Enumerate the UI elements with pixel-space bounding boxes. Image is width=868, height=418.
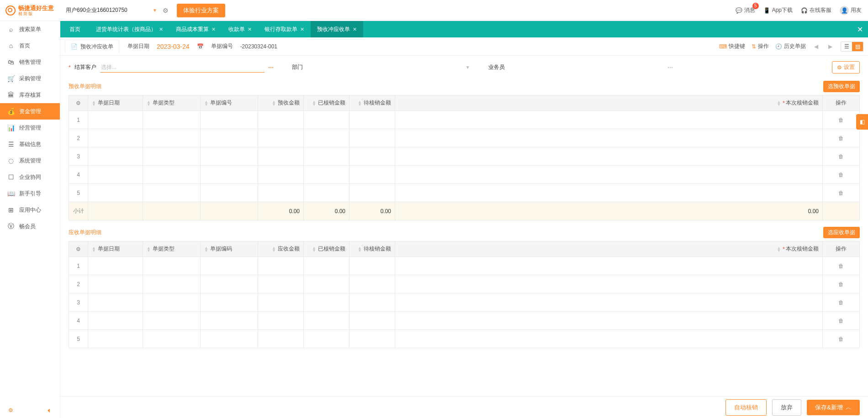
close-all-tabs[interactable]: ✕ [852, 25, 868, 34]
table-row[interactable]: 3🗑 [69, 293, 859, 312]
sidebar-guide[interactable]: 📖新手引导 [0, 185, 60, 202]
table-row[interactable]: 4🗑 [69, 312, 859, 330]
tab[interactable]: 商品成本重算✕ [169, 21, 222, 37]
nav-label: 企业协同 [19, 173, 41, 181]
table-row[interactable]: 4🗑 [69, 166, 859, 184]
tab[interactable]: 银行存取款单✕ [258, 21, 311, 37]
sort-icon[interactable]: ▲▼ [358, 246, 362, 252]
sidebar-search[interactable]: ⌕搜索菜单 [0, 21, 60, 37]
sidebar-system[interactable]: ◌系统管理 [0, 152, 60, 169]
sort-icon[interactable]: ▲▼ [312, 246, 316, 252]
tab[interactable]: 首页 [60, 21, 90, 37]
table-row[interactable]: 2🗑 [69, 275, 859, 293]
sidebar-home[interactable]: ⌂首页 [0, 37, 60, 54]
select-receivable-button[interactable]: 选应收单据 [823, 227, 860, 238]
delete-icon[interactable]: 🗑 [838, 318, 844, 324]
gear-icon[interactable]: ⚙ [76, 100, 81, 106]
sort-icon[interactable]: ▲▼ [204, 100, 208, 106]
sidebar-collab[interactable]: ☐企业协同 [0, 169, 60, 185]
close-icon[interactable]: ✕ [248, 26, 252, 32]
delete-icon[interactable]: 🗑 [838, 117, 844, 123]
sidebar-member[interactable]: Ⓥ畅会员 [0, 218, 60, 235]
delete-icon[interactable]: 🗑 [838, 299, 844, 306]
table-row[interactable]: 1🗑 [69, 111, 859, 129]
sort-icon[interactable]: ▲▼ [272, 100, 276, 106]
delete-icon[interactable]: 🗑 [838, 190, 844, 196]
delete-icon[interactable]: 🗑 [838, 172, 844, 178]
sidebar-inventory[interactable]: 🏛库存核算 [0, 87, 60, 103]
tab[interactable]: 进货单统计表（按商品）✕ [90, 21, 169, 37]
view-form[interactable]: ▤ [852, 42, 863, 51]
table-row[interactable]: 3🗑 [69, 147, 859, 166]
sort-icon[interactable]: ▲▼ [92, 246, 96, 252]
delete-icon[interactable]: 🗑 [838, 153, 844, 160]
sort-icon[interactable]: ▲▼ [147, 246, 151, 252]
delete-icon[interactable]: 🗑 [838, 281, 844, 287]
message-icon: 💬 [736, 7, 742, 14]
sort-icon[interactable]: ▲▼ [204, 246, 208, 252]
close-icon[interactable]: ✕ [212, 26, 216, 32]
sort-icon[interactable]: ▲▼ [777, 246, 781, 252]
doc-tab[interactable]: 📄 预收冲应收单 [65, 40, 119, 53]
right-rail-toggle[interactable]: ◧ [856, 114, 868, 130]
sidebar-funds[interactable]: 💰资金管理 [0, 103, 60, 120]
enterprise-selector[interactable]: 用户690企业1660120750 ▼ [66, 6, 157, 14]
shortcut-button[interactable]: ⌨快捷键 [719, 42, 745, 50]
user-menu[interactable]: 👤 用友 [840, 6, 862, 15]
sidebar-sales[interactable]: 🛍销售管理 [0, 54, 60, 70]
sidebar-operations[interactable]: 📊经营管理 [0, 120, 60, 136]
settings-button[interactable]: ⚙ 设置 [832, 61, 860, 73]
nav-label: 资金管理 [19, 108, 41, 115]
sort-icon[interactable]: ▲▼ [777, 100, 781, 106]
table-row[interactable]: 2🗑 [69, 129, 859, 147]
staff-input[interactable] [508, 62, 664, 73]
sort-icon[interactable]: ▲▼ [92, 100, 96, 106]
customer-input[interactable] [100, 62, 265, 73]
staff-lookup[interactable]: ⋯ [667, 64, 673, 71]
sort-icon[interactable]: ▲▼ [312, 100, 316, 106]
app-download-button[interactable]: 📱 App下载 [763, 6, 793, 14]
try-plan-button[interactable]: 体验行业方案 [177, 4, 225, 17]
operate-button[interactable]: ⇅操作 [752, 42, 769, 50]
close-icon[interactable]: ✕ [353, 26, 357, 32]
sort-icon[interactable]: ▲▼ [358, 100, 362, 106]
settings-icon[interactable]: ⚙ [163, 7, 169, 14]
chevron-down-icon[interactable]: ▼ [466, 65, 470, 70]
history-button[interactable]: 🕘历史单据 [775, 42, 806, 50]
dept-input[interactable] [307, 62, 462, 73]
prev-doc[interactable]: ◀ [812, 43, 820, 50]
sort-icon[interactable]: ▲▼ [147, 100, 151, 106]
customer-lookup[interactable]: ⋯ [268, 64, 274, 71]
close-icon[interactable]: ✕ [300, 26, 304, 32]
delete-icon[interactable]: 🗑 [838, 336, 844, 342]
table-row[interactable]: 5🗑 [69, 330, 859, 348]
gear-icon[interactable]: ⚙ [76, 246, 81, 252]
date-value[interactable]: 2023-03-24 [157, 43, 190, 50]
sidebar-apps[interactable]: ⊞应用中心 [0, 202, 60, 218]
customer-service-button[interactable]: 🎧 在线客服 [801, 6, 831, 14]
select-prepay-button[interactable]: 选预收单据 [823, 81, 860, 92]
discard-button[interactable]: 放弃 [772, 399, 801, 416]
sidebar-purchase[interactable]: 🛒采购管理 [0, 70, 60, 87]
tab[interactable]: 预收冲应收单✕ [311, 21, 363, 37]
sort-icon[interactable]: ▲▼ [272, 246, 276, 252]
view-list[interactable]: ☰ [841, 42, 852, 51]
date-label: 单据日期 [127, 42, 149, 50]
sidebar-basic[interactable]: ☰基础信息 [0, 136, 60, 152]
close-icon[interactable]: ✕ [159, 26, 163, 32]
next-doc[interactable]: ▶ [826, 43, 834, 50]
required-mark: * [69, 64, 71, 71]
chevron-down-icon: ▼ [153, 8, 157, 13]
messages-button[interactable]: 💬 消息 5 [736, 6, 755, 14]
gear-icon[interactable]: ⚙ [8, 407, 13, 413]
delete-icon[interactable]: 🗑 [838, 135, 844, 141]
table-row[interactable]: 1🗑 [69, 257, 859, 275]
tab[interactable]: 收款单✕ [222, 21, 258, 37]
table-row[interactable]: 5🗑 [69, 184, 859, 202]
calendar-icon[interactable]: 📅 [197, 43, 204, 50]
save-new-button[interactable]: 保存&新增 ︿ [807, 400, 860, 415]
docno-label: 单据编号 [211, 42, 233, 50]
auto-writeoff-button[interactable]: 自动核销 [725, 399, 767, 416]
delete-icon[interactable]: 🗑 [838, 263, 844, 269]
collapse-icon[interactable]: ⏴ [46, 407, 52, 413]
